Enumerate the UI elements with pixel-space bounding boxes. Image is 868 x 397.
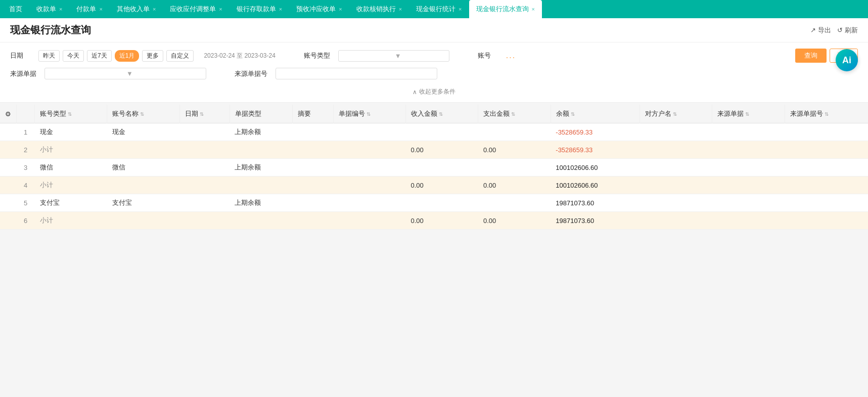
tab-close-icon[interactable]: × [153,6,156,12]
cell-source_doc_no [785,159,868,177]
column-doc_type: 单据类型 [230,105,293,123]
export-icon: ↗ [810,26,816,34]
nav-tab-现金银行统计[interactable]: 现金银行统计× [409,0,469,18]
cell-account_type: 微信 [35,159,107,177]
nav-tab-收款核销执行[interactable]: 收款核销执行× [349,0,409,18]
filter-row-2: 来源单据 ▼ 来源单据号 [10,68,858,79]
column-summary: 摘要 [293,105,333,123]
date-btn-近7天[interactable]: 近7天 [87,50,112,62]
row-num: 5 [17,194,35,212]
column-date[interactable]: 日期⇅ [179,105,230,123]
date-btn-昨天[interactable]: 昨天 [38,50,60,62]
table-header: ⚙账号类型⇅账号名称⇅日期⇅单据类型摘要单据编号⇅收入金额⇅支出金额⇅余额⇅对方… [0,105,868,123]
nav-tab-银行存取款单[interactable]: 银行存取款单× [230,0,289,18]
cell-balance: 100102606.60 [551,159,639,177]
cell-expense [478,159,551,177]
nav-tab-收款单[interactable]: 收款单× [29,0,69,18]
sort-icon: ⇅ [200,111,204,117]
tab-close-icon[interactable]: × [339,6,342,12]
nav-tab-其他收入单[interactable]: 其他收入单× [110,0,163,18]
row-num: 4 [17,177,35,194]
source-doc-no-input[interactable] [276,68,437,79]
date-label: 日期 [10,51,30,60]
cell-account_name [107,141,179,159]
column-doc_no[interactable]: 单据编号⇅ [333,105,405,123]
cell-counterparty [639,141,712,159]
tab-close-icon[interactable]: × [279,6,282,12]
cell-balance: -3528659.33 [551,123,639,141]
tab-close-icon[interactable]: × [459,6,462,12]
account-dots-button[interactable]: ... [506,51,516,60]
nav-tab-应收应付调整单[interactable]: 应收应付调整单× [163,0,229,18]
source-doc-select[interactable]: ▼ [44,68,206,79]
nav-home[interactable]: 首页 [2,0,29,18]
column-num [17,105,35,123]
nav-tab-付款单[interactable]: 付款单× [69,0,109,18]
column-counterparty[interactable]: 对方户名⇅ [639,105,712,123]
row-gear [0,194,17,212]
column-income[interactable]: 收入金额⇅ [406,105,478,123]
tab-close-icon[interactable]: × [99,6,102,12]
column-gear[interactable]: ⚙ [0,105,17,123]
column-balance[interactable]: 余额⇅ [551,105,639,123]
tab-close-icon[interactable]: × [399,6,402,12]
cell-summary [293,177,333,194]
cell-summary [293,141,333,159]
column-source_doc_no[interactable]: 来源单据号⇅ [785,105,868,123]
sort-icon: ⇅ [140,111,144,117]
cell-doc_no [333,159,405,177]
date-range: 2023-02-24 至 2023-03-24 [204,52,275,60]
refresh-icon: ↺ [837,26,843,34]
nav-tab-预收冲应收单[interactable]: 预收冲应收单× [289,0,349,18]
row-num: 3 [17,159,35,177]
date-btn-今天[interactable]: 今天 [63,50,84,62]
cell-account_name [107,212,179,230]
column-account_name[interactable]: 账号名称⇅ [107,105,179,123]
tab-close-icon[interactable]: × [219,6,222,12]
collapse-bar[interactable]: ∧ 收起更多条件 [10,84,858,98]
cell-doc_type [230,177,293,194]
cell-source_doc_no [785,177,868,194]
cell-source_doc [712,212,785,230]
source-doc-label: 来源单据 [10,69,36,78]
cell-date [179,141,230,159]
cell-doc_no [333,123,405,141]
refresh-button[interactable]: ↺ 刷新 [837,26,858,35]
cell-source_doc [712,141,785,159]
date-btn-更多[interactable]: 更多 [142,50,163,62]
date-btn-自定义[interactable]: 自定义 [166,50,194,62]
cell-summary [293,194,333,212]
cell-date [179,123,230,141]
cell-balance: 19871073.60 [551,212,639,230]
table-area: ⚙账号类型⇅账号名称⇅日期⇅单据类型摘要单据编号⇅收入金额⇅支出金额⇅余额⇅对方… [0,105,868,230]
refresh-label: 刷新 [845,26,858,35]
cell-counterparty [639,123,712,141]
column-source_doc[interactable]: 来源单据⇅ [712,105,785,123]
query-button[interactable]: 查询 [795,49,827,63]
column-expense[interactable]: 支出金额⇅ [478,105,551,123]
nav-tab-现金银行流水查询[interactable]: 现金银行流水查询× [469,0,542,18]
cell-doc_type: 上期余额 [230,123,293,141]
sort-icon: ⇅ [511,111,515,117]
cell-account_name: 现金 [107,123,179,141]
cell-account_type: 支付宝 [35,194,107,212]
top-nav: 首页 收款单×付款单×其他收入单×应收应付调整单×银行存取款单×预收冲应收单×收… [0,0,868,18]
cell-expense [478,123,551,141]
collapse-label: 收起更多条件 [419,87,455,96]
ai-badge[interactable]: Ai [836,49,858,71]
sort-icon: ⇅ [571,111,575,117]
account-type-select[interactable]: ▼ [338,50,449,62]
cell-source_doc_no [785,123,868,141]
cell-income: 0.00 [406,177,478,194]
sort-icon: ⇅ [673,111,677,117]
export-button[interactable]: ↗ 导出 [810,26,831,35]
tab-close-icon[interactable]: × [532,6,535,12]
row-gear [0,123,17,141]
cell-summary [293,159,333,177]
tab-close-icon[interactable]: × [59,6,62,12]
row-gear [0,177,17,194]
account-label: 账号 [478,51,498,60]
filter-row-1: 日期 昨天今天近7天近1月更多自定义 2023-02-24 至 2023-03-… [10,49,858,63]
column-account_type[interactable]: 账号类型⇅ [35,105,107,123]
date-btn-近1月[interactable]: 近1月 [115,50,140,62]
